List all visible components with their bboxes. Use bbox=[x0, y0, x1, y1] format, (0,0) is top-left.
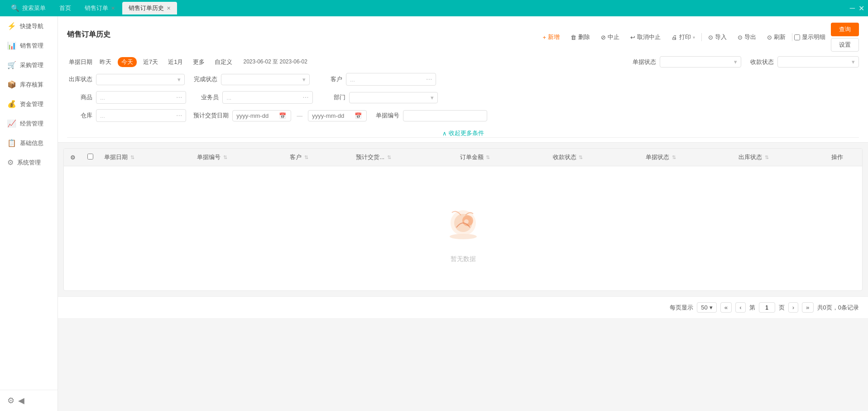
th-bill-status[interactable]: 单据状态 ⇅ bbox=[640, 149, 733, 166]
sidebar-item-operations[interactable]: 📈 经营管理 bbox=[0, 114, 58, 133]
last-page-button[interactable]: » bbox=[802, 302, 813, 313]
purchase-mgmt-icon: 🛒 bbox=[7, 61, 16, 69]
print-button[interactable]: 🖨 打印 ▾ bbox=[667, 31, 700, 43]
topbar-minimize-icon[interactable]: ─ bbox=[850, 4, 855, 12]
bill-status-select[interactable]: ▾ bbox=[660, 56, 741, 68]
date-yesterday-btn[interactable]: 昨天 bbox=[96, 57, 115, 67]
warehouse-dots-icon[interactable]: ··· bbox=[176, 111, 182, 120]
sidebar-item-finance[interactable]: 💰 资金管理 bbox=[0, 94, 58, 114]
th-customer[interactable]: 客户 ⇅ bbox=[284, 149, 350, 166]
bill-no-input[interactable] bbox=[407, 112, 483, 119]
calendar-end-icon[interactable]: 📅 bbox=[355, 112, 362, 119]
dept-select[interactable]: ▾ bbox=[349, 92, 438, 103]
date-7days-btn[interactable]: 近7天 bbox=[139, 57, 162, 67]
sidebar-item-purchase-mgmt[interactable]: 🛒 采购管理 bbox=[0, 55, 58, 75]
query-button[interactable]: 查询 bbox=[831, 23, 859, 36]
refresh-button[interactable]: ⊙ 刷新 bbox=[762, 31, 790, 43]
complete-status-select[interactable]: ▾ bbox=[221, 74, 310, 85]
calendar-start-icon[interactable]: 📅 bbox=[279, 112, 286, 119]
date-custom-btn[interactable]: 自定义 bbox=[211, 57, 236, 67]
search-text[interactable]: 搜索菜单 bbox=[22, 4, 46, 12]
warehouse-input-box[interactable]: ··· bbox=[96, 109, 186, 122]
bill-no-input-box[interactable] bbox=[403, 110, 487, 121]
tab-home[interactable]: 首页 bbox=[53, 2, 77, 15]
per-page-select[interactable]: 50 ▾ bbox=[697, 302, 716, 313]
th-out-status[interactable]: 出库状态 ⇅ bbox=[733, 149, 826, 166]
salesperson-input-box[interactable]: ··· bbox=[222, 91, 312, 104]
sidebar-settings-icon[interactable]: ⚙ bbox=[7, 396, 14, 406]
th-checkbox[interactable] bbox=[82, 149, 99, 166]
show-detail-checkbox-label[interactable]: 显示明细 bbox=[794, 33, 825, 41]
tab-sales-order[interactable]: 销售订单 ✕ bbox=[78, 2, 121, 15]
stop-button[interactable]: ⊘ 中止 bbox=[596, 31, 624, 43]
goods-input[interactable] bbox=[100, 94, 176, 101]
date-today-btn[interactable]: 今天 bbox=[118, 57, 137, 67]
filter-row-3: 商品 ··· 业务员 ··· 部门 bbox=[67, 91, 859, 104]
sidebar-item-sys-mgmt[interactable]: ⚙ 系统管理 bbox=[0, 153, 58, 172]
empty-text: 暂无数据 bbox=[451, 255, 476, 263]
salesperson-dots-icon[interactable]: ··· bbox=[302, 93, 308, 102]
customer-dots-icon[interactable]: ··· bbox=[426, 75, 432, 83]
warehouse-input[interactable] bbox=[100, 112, 176, 119]
date-end-input[interactable] bbox=[312, 112, 353, 119]
table-wrap: ⚙ 单据日期 ⇅ 单据编号 ⇅ bbox=[64, 149, 862, 290]
goods-input-box[interactable]: ··· bbox=[96, 91, 186, 104]
first-page-button[interactable]: « bbox=[720, 302, 732, 313]
page-title: 销售订单历史 bbox=[67, 30, 110, 39]
filter-receipt-status-item: 收款状态 ▾ bbox=[748, 56, 859, 68]
set-button[interactable]: 设置 bbox=[831, 38, 859, 52]
date-end-box[interactable]: 📅 bbox=[308, 110, 367, 121]
salesperson-input[interactable] bbox=[226, 94, 302, 101]
salesperson-label: 业务员 bbox=[193, 93, 219, 102]
quick-nav-icon: ⚡ bbox=[7, 22, 16, 30]
page-header: 销售订单历史 + 新增 🗑 删除 ⊘ 中止 ↩ bbox=[58, 16, 868, 143]
th-receipt-status[interactable]: 收款状态 ⇅ bbox=[547, 149, 640, 166]
tab-sales-order-history-close[interactable]: ✕ bbox=[167, 5, 171, 11]
customer-input-box[interactable]: ··· bbox=[346, 73, 436, 86]
sidebar-item-basic-info[interactable]: 📋 基础信息 bbox=[0, 133, 58, 153]
search-bar[interactable]: 🔍 搜索菜单 bbox=[4, 0, 53, 16]
tab-sales-order-close[interactable]: ✕ bbox=[111, 5, 115, 11]
settings-icon[interactable]: ⚙ bbox=[70, 154, 76, 161]
sidebar-item-inventory[interactable]: 📦 库存核算 bbox=[0, 75, 58, 94]
customer-input[interactable] bbox=[350, 76, 426, 83]
th-no[interactable]: 单据编号 ⇅ bbox=[192, 149, 284, 166]
date-1month-btn[interactable]: 近1月 bbox=[164, 57, 187, 67]
empty-illustration bbox=[441, 203, 486, 248]
topbar-close-icon[interactable]: ✕ bbox=[858, 4, 864, 13]
next-page-button[interactable]: › bbox=[788, 302, 798, 313]
sidebar-collapse-icon[interactable]: ◀ bbox=[18, 396, 24, 406]
th-expected-date[interactable]: 预计交货... ⇅ bbox=[350, 149, 455, 166]
receipt-status-select[interactable]: ▾ bbox=[777, 56, 859, 68]
date-start-box[interactable]: 📅 bbox=[232, 110, 291, 121]
sidebar-item-sales-mgmt[interactable]: 📊 销售管理 bbox=[0, 36, 58, 55]
show-detail-checkbox[interactable] bbox=[794, 34, 800, 40]
collapse-bar[interactable]: ∧ 收起更多条件 bbox=[67, 127, 859, 137]
current-page-input[interactable] bbox=[759, 302, 775, 313]
export-button[interactable]: ⊙ 导出 bbox=[733, 31, 761, 43]
filter-row-1: 单据日期 昨天 今天 近7天 近1月 更多 自定义 2023-06-02 至 2… bbox=[67, 56, 859, 68]
tab-sales-order-history[interactable]: 销售订单历史 ✕ bbox=[122, 2, 177, 15]
out-status-select[interactable]: ▾ bbox=[96, 74, 185, 85]
import-button[interactable]: ⊙ 导入 bbox=[704, 31, 731, 43]
customer-label: 客户 bbox=[317, 75, 342, 83]
th-date[interactable]: 单据日期 ⇅ bbox=[99, 149, 192, 166]
bill-status-sort-icon: ⇅ bbox=[672, 155, 676, 160]
cancel-stop-button[interactable]: ↩ 取消中止 bbox=[626, 31, 665, 43]
bill-status-arrow-icon: ▾ bbox=[734, 58, 737, 65]
top-tabbar: 🔍 搜索菜单 首页 销售订单 ✕ 销售订单历史 ✕ ─ ✕ bbox=[0, 0, 868, 16]
th-amount[interactable]: 订单金额 ⇅ bbox=[455, 149, 547, 166]
th-settings[interactable]: ⚙ bbox=[64, 149, 82, 166]
date-more-btn[interactable]: 更多 bbox=[189, 57, 208, 67]
delete-button[interactable]: 🗑 删除 bbox=[566, 31, 595, 43]
prev-page-button[interactable]: ‹ bbox=[735, 302, 745, 313]
total-label: 共0页，0条记录 bbox=[817, 304, 859, 312]
sidebar-item-quick-nav-label: 快捷导航 bbox=[20, 22, 43, 30]
goods-dots-icon[interactable]: ··· bbox=[176, 93, 182, 102]
sidebar-item-quick-nav[interactable]: ⚡ 快捷导航 bbox=[0, 16, 58, 36]
new-button[interactable]: + 新增 bbox=[538, 31, 564, 43]
select-all-checkbox[interactable] bbox=[87, 154, 93, 160]
date-label: 单据日期 bbox=[67, 58, 92, 66]
date-start-input[interactable] bbox=[236, 112, 277, 119]
print-icon: 🖨 bbox=[671, 34, 677, 41]
